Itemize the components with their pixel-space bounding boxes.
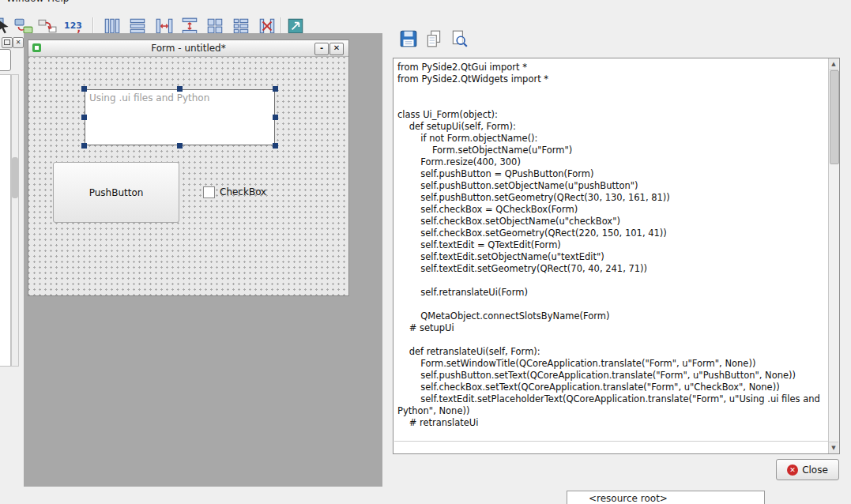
code-scrollbar[interactable]: ▲ ▼ xyxy=(828,58,839,453)
scrollbar-thumb[interactable] xyxy=(12,157,18,198)
scrollbar-thumb[interactable] xyxy=(830,70,839,164)
dock-float-button[interactable] xyxy=(2,37,13,48)
edit-widgets-icon[interactable] xyxy=(0,17,13,36)
find-icon[interactable] xyxy=(450,29,469,48)
close-icon: ✕ xyxy=(16,39,21,46)
toolbar-separator xyxy=(92,17,94,35)
svg-text:,: , xyxy=(77,23,81,34)
selection-handle[interactable] xyxy=(81,143,87,149)
minimize-button[interactable]: - xyxy=(314,43,329,55)
form-window-titlebar[interactable]: Form - untitled* - ✕ xyxy=(28,40,348,57)
widgetbox-panel xyxy=(0,74,11,367)
selection-handle[interactable] xyxy=(273,86,278,92)
selection-handle[interactable] xyxy=(273,143,278,149)
close-circle-icon: ✕ xyxy=(787,465,798,476)
menu-window[interactable]: Window xyxy=(6,0,43,4)
qt-designer-window: Window Help 123, xyxy=(0,0,851,504)
hscrollbar-divider xyxy=(394,441,828,442)
selection-handle[interactable] xyxy=(177,143,183,149)
float-icon xyxy=(4,39,10,45)
selection-handle[interactable] xyxy=(273,115,278,120)
close-dialog-button[interactable]: ✕ Close xyxy=(776,459,839,480)
save-icon[interactable] xyxy=(399,29,418,48)
menu-help[interactable]: Help xyxy=(47,0,69,4)
form-window-title: Form - untitled* xyxy=(28,43,348,54)
resource-root-item[interactable]: <resource root> xyxy=(589,493,668,504)
main-toolbar: 123, xyxy=(0,6,382,33)
pushbutton-widget[interactable]: PushButton xyxy=(53,162,179,223)
selection-handle[interactable] xyxy=(81,86,87,92)
toolbar-separator xyxy=(281,17,282,35)
form-designer-window: Form - untitled* - ✕ Using .ui files and… xyxy=(28,39,349,296)
form-canvas[interactable]: Using .ui files and Python PushButton Ch… xyxy=(28,57,348,295)
textedit-widget[interactable]: Using .ui files and Python xyxy=(85,89,275,145)
selection-handle[interactable] xyxy=(177,86,183,92)
generated-code[interactable]: from PySide2.QtGui import * from PySide2… xyxy=(393,58,828,429)
widgetbox-scrollbar[interactable] xyxy=(11,74,19,367)
textedit-placeholder: Using .ui files and Python xyxy=(85,90,274,106)
checkbox-widget[interactable]: CheckBox xyxy=(203,186,266,197)
scroll-down-button[interactable]: ▼ xyxy=(829,442,838,453)
close-button-label: Close xyxy=(802,465,828,476)
scroll-up-button[interactable]: ▲ xyxy=(829,58,838,70)
dock-close-button[interactable]: ✕ xyxy=(13,37,24,48)
code-preview-dialog: from PySide2.QtGui import * from PySide2… xyxy=(382,12,851,486)
checkbox-label: CheckBox xyxy=(220,186,266,197)
menubar: Window Help xyxy=(0,0,379,6)
mdi-area: Form - untitled* - ✕ Using .ui files and… xyxy=(24,33,382,487)
resource-browser-panel[interactable]: <resource root> xyxy=(567,491,765,504)
checkbox-indicator[interactable] xyxy=(203,186,215,198)
copy-icon[interactable] xyxy=(424,29,443,48)
code-view[interactable]: from PySide2.QtGui import * from PySide2… xyxy=(393,58,840,454)
selection-handle[interactable] xyxy=(81,115,87,120)
widgetbox-filter-input[interactable] xyxy=(0,49,11,71)
close-button[interactable]: ✕ xyxy=(329,43,344,55)
